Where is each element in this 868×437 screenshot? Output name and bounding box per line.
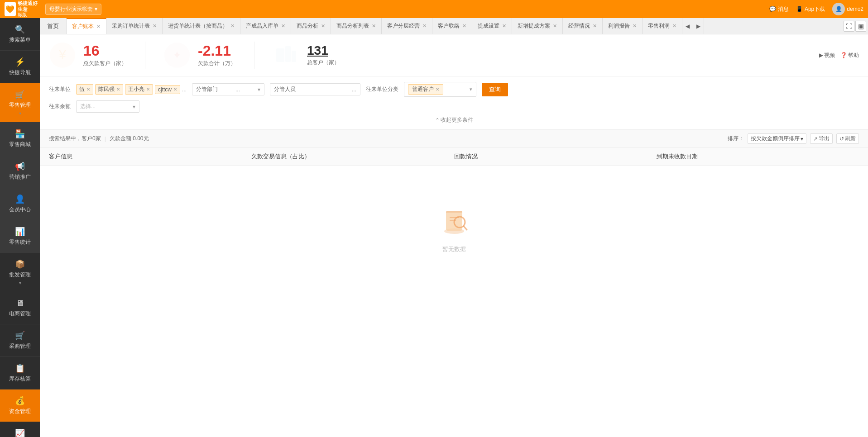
sidebar-item-search[interactable]: 🔍 搜索菜单 <box>0 18 40 51</box>
tab-label: 商品分析列表 <box>336 22 369 30</box>
col-customer-info: 客户信息 <box>49 152 251 161</box>
sidebar-item-ecommerce[interactable]: 🖥 电商管理 <box>0 292 40 324</box>
tab-label: 客户联络 <box>438 22 460 30</box>
balance-label: 往来余额 <box>49 103 71 110</box>
tab-customer-tier[interactable]: 客户分层经营 ✕ <box>382 18 432 34</box>
tab-close-icon[interactable]: ✕ <box>672 23 676 29</box>
tab-close-icon[interactable]: ✕ <box>372 23 376 29</box>
person-filter[interactable]: 分管人员 ... <box>270 83 360 95</box>
tab-commission-settings[interactable]: 提成设置 ✕ <box>472 18 512 34</box>
tab-maximize-btn[interactable]: ⛶ <box>844 21 854 32</box>
tab-close-icon[interactable]: ✕ <box>230 23 235 29</box>
tab-close-icon[interactable]: ✕ <box>633 23 637 29</box>
tab-close-icon[interactable]: ✕ <box>462 23 466 29</box>
top-header: 🧡 畅捷通好生意 标版 母婴行业演示帐套 ▾ 💬 消息 📱 App下载 👤 de… <box>0 0 868 18</box>
results-bar-right: 排序： 按欠款金额倒序排序 ▾ ↗ 导出 ↺ 刷新 <box>728 133 859 144</box>
sort-label-text: 排序： <box>728 135 744 142</box>
filter-tag-chen[interactable]: 陈民强 ✕ <box>95 84 123 95</box>
filter-tag-wu[interactable]: 伍 ✕ <box>76 84 93 95</box>
filter-tag-cjttcw[interactable]: cjttcw ✕ <box>155 85 180 94</box>
filter-row-2: 往来余额 选择... ▾ <box>49 100 859 113</box>
app-subtitle: 标版 <box>18 12 41 18</box>
tag-label: cjttcw <box>158 86 172 93</box>
dept-filter[interactable]: 分管部门 ... ▾ <box>192 83 264 95</box>
user-menu[interactable]: 👤 demo2 <box>832 3 863 15</box>
table-header: 客户信息 欠款交易信息（占比） 回款情况 到期未收款日期 <box>40 148 868 166</box>
filter-tag-wang[interactable]: 王小亮 ✕ <box>125 84 153 95</box>
query-button[interactable]: 查询 <box>482 83 508 96</box>
tag-close-icon[interactable]: ✕ <box>173 87 177 92</box>
tab-home[interactable]: 首页 <box>40 18 67 34</box>
sidebar-item-retail[interactable]: 🛒 零售管理 ▾ <box>0 83 40 123</box>
sidebar-item-wholesale[interactable]: 📦 批发管理 ▾ <box>0 253 40 292</box>
tab-restore-btn[interactable]: ▣ <box>855 21 866 32</box>
collapse-row: ⌃ 收起更多条件 <box>49 116 859 124</box>
help-link[interactable]: ❓ 帮助 <box>840 52 859 59</box>
tab-product-in[interactable]: 产成品入库单 ✕ <box>240 18 291 34</box>
megaphone-icon: 📢 <box>15 162 25 171</box>
export-icon: ↗ <box>813 136 818 142</box>
tab-profit-report[interactable]: 利润报告 ✕ <box>603 18 643 34</box>
video-link[interactable]: ▶ 视频 <box>819 52 835 59</box>
sidebar-item-finance[interactable]: 💰 资金管理 <box>0 390 40 422</box>
message-btn[interactable]: 💬 消息 <box>769 5 789 13</box>
logo-area: 🧡 畅捷通好生意 标版 <box>5 0 41 18</box>
tab-business-status[interactable]: 经营情况 ✕ <box>563 18 603 34</box>
stat-label-3: 总客户（家） <box>307 59 340 66</box>
tab-close-icon[interactable]: ✕ <box>502 23 506 29</box>
svg-text:¥: ¥ <box>58 48 66 62</box>
tab-close-icon[interactable]: ✕ <box>281 23 285 29</box>
tab-close-icon[interactable]: ✕ <box>153 23 157 29</box>
sort-value: 按欠款金额倒序排序 <box>751 135 800 142</box>
sort-selector[interactable]: 按欠款金额倒序排序 ▾ <box>748 133 806 144</box>
tab-close-icon[interactable]: ✕ <box>321 23 325 29</box>
sidebar-item-operations[interactable]: 📈 经营管理 <box>0 422 40 437</box>
download-icon: 📱 <box>796 6 803 12</box>
export-btn[interactable]: ↗ 导出 <box>810 133 833 144</box>
sidebar-item-retailstat[interactable]: 📊 零售统计 <box>0 220 40 253</box>
sidebar-item-quicknav[interactable]: ⚡ 快捷导航 <box>0 51 40 83</box>
tag-close-icon[interactable]: ✕ <box>116 87 120 92</box>
sidebar-item-retailshop[interactable]: 🏪 零售商城 <box>0 123 40 155</box>
cart-icon: 🛒 <box>15 90 25 100</box>
main-layout: 🔍 搜索菜单 ⚡ 快捷导航 🛒 零售管理 ▾ 🏪 零售商城 📢 营销推广 👤 会… <box>0 18 868 437</box>
sidebar-item-label: 零售管理 <box>9 101 31 109</box>
tab-close-icon[interactable]: ✕ <box>553 23 557 29</box>
tab-product-analysis[interactable]: 商品分析 ✕ <box>291 18 331 34</box>
app-download-btn[interactable]: 📱 App下载 <box>796 5 825 13</box>
tab-prev-btn[interactable]: ◀ <box>682 18 693 34</box>
sidebar-item-label: 会员中心 <box>9 206 31 214</box>
avatar: 👤 <box>832 3 845 15</box>
tab-close-icon[interactable]: ✕ <box>422 23 427 29</box>
sidebar-item-marketing[interactable]: 📢 营销推广 <box>0 155 40 188</box>
classify-filter[interactable]: 普通客户 ✕ ▾ <box>404 82 476 97</box>
tag-close-icon[interactable]: ✕ <box>86 87 90 92</box>
workspace-selector[interactable]: 母婴行业演示帐套 ▾ <box>45 4 101 15</box>
tab-next-btn[interactable]: ▶ <box>693 18 704 34</box>
balance-filter[interactable]: 选择... ▾ <box>76 100 139 113</box>
unit-filter-label: 往来单位 <box>49 86 71 93</box>
refresh-btn[interactable]: ↺ 刷新 <box>836 133 859 144</box>
sidebar-item-inventory[interactable]: 📋 库存核算 <box>0 357 40 390</box>
classify-tag[interactable]: 普通客户 ✕ <box>408 84 443 95</box>
tab-purchase-order-stat[interactable]: 采购订单统计表 ✕ <box>106 18 163 34</box>
stat-numbers-1: 16 总欠款客户（家） <box>83 43 127 67</box>
tab-customer-contact[interactable]: 客户联络 ✕ <box>432 18 472 34</box>
tab-add-commission[interactable]: 新增提成方案 ✕ <box>512 18 563 34</box>
tab-customer-ledger[interactable]: 客户账本 ✕ <box>67 18 106 34</box>
tag-close-icon[interactable]: ✕ <box>146 87 150 92</box>
dept-label: 分管部门 <box>196 86 218 93</box>
classify-tag-close[interactable]: ✕ <box>436 87 439 92</box>
filter-more-btn[interactable]: ... <box>182 86 187 93</box>
tab-close-icon[interactable]: ✕ <box>593 23 597 29</box>
tab-close-icon[interactable]: ✕ <box>96 24 101 29</box>
tab-retail-profit[interactable]: 零售利润 ✕ <box>643 18 682 34</box>
tab-goods-stat[interactable]: 进货单统计表（按商品） ✕ <box>163 18 240 34</box>
sidebar-item-purchase[interactable]: 🛒 采购管理 <box>0 324 40 357</box>
sidebar-item-member[interactable]: 👤 会员中心 <box>0 188 40 220</box>
collapse-btn[interactable]: ⌃ 收起更多条件 <box>435 116 473 124</box>
stat-block-debt: ✦ -2.11 欠款合计（万） <box>163 42 254 69</box>
svg-rect-4 <box>276 48 284 62</box>
sidebar-item-label: 批发管理 <box>9 271 31 279</box>
tab-product-analysis-list[interactable]: 商品分析列表 ✕ <box>331 18 382 34</box>
